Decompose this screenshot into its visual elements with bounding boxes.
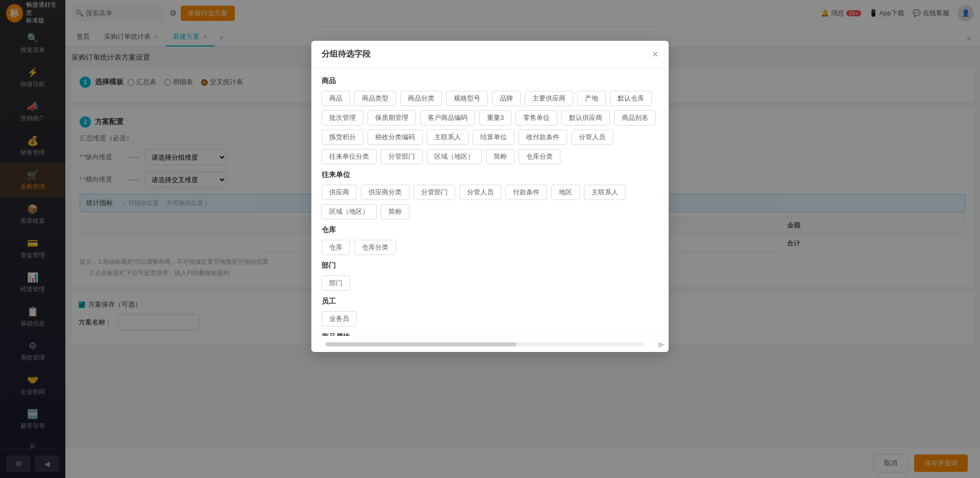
tag-goods-8[interactable]: 批次管理: [322, 110, 363, 125]
modal-bottom-bar: ▶: [311, 336, 669, 352]
tags-grid-warehouse: 仓库仓库分类: [322, 240, 658, 255]
tag-warehouse-0[interactable]: 仓库: [322, 240, 350, 255]
tag-goods-16[interactable]: 税收分类编码: [368, 130, 423, 145]
tag-goods-20[interactable]: 分管人员: [571, 130, 613, 145]
tag-partner-5[interactable]: 地区: [551, 185, 580, 200]
horizontal-scrollbar[interactable]: [326, 342, 644, 346]
tag-goods-14[interactable]: 商品别名: [614, 110, 656, 125]
tag-goods-24[interactable]: 简称: [486, 149, 514, 164]
tag-goods-2[interactable]: 商品分类: [400, 91, 442, 106]
section-title-warehouse: 仓库: [322, 225, 658, 235]
tag-goods-10[interactable]: 客户商品编码: [420, 110, 475, 125]
section-title-department: 部门: [322, 261, 658, 270]
modal-close-button[interactable]: ✕: [652, 49, 658, 59]
tag-partner-2[interactable]: 分管部门: [413, 185, 455, 200]
tag-goods-1[interactable]: 商品类型: [354, 91, 396, 106]
tags-grid-department: 部门: [322, 275, 658, 291]
tag-goods-4[interactable]: 品牌: [492, 91, 521, 106]
tags-grid-employee: 业务员: [322, 311, 658, 326]
tag-partner-0[interactable]: 供应商: [322, 185, 357, 200]
tag-goods-22[interactable]: 分管部门: [381, 149, 423, 164]
field-select-modal: 分组待选字段 ✕ 商品商品商品类型商品分类规格型号品牌主要供应商产地默认仓库批次…: [311, 41, 669, 352]
tag-goods-15[interactable]: 拣货积分: [322, 130, 363, 145]
tag-goods-19[interactable]: 收付款条件: [519, 130, 567, 145]
tag-partner-4[interactable]: 付款条件: [505, 185, 547, 200]
section-title-goods: 商品: [322, 77, 658, 86]
section-title-partner: 往来单位: [322, 170, 658, 180]
tag-warehouse-1[interactable]: 仓库分类: [354, 240, 396, 255]
tag-goods-18[interactable]: 结算单位: [473, 130, 514, 145]
tag-goods-7[interactable]: 默认仓库: [610, 91, 652, 106]
tag-partner-3[interactable]: 分管人员: [459, 185, 501, 200]
tag-partner-8[interactable]: 简称: [381, 204, 409, 219]
tag-goods-25[interactable]: 仓库分类: [519, 149, 560, 164]
tag-employee-0[interactable]: 业务员: [322, 311, 357, 326]
tag-partner-7[interactable]: 区域（地区）: [322, 204, 377, 219]
tag-partner-1[interactable]: 供应商分类: [361, 185, 409, 200]
tag-goods-23[interactable]: 区域（地区）: [427, 149, 482, 164]
tags-grid-partner: 供应商供应商分类分管部门分管人员付款条件地区主联系人区域（地区）简称: [322, 185, 658, 219]
tag-goods-3[interactable]: 规格型号: [446, 91, 488, 106]
scroll-right-icon[interactable]: ▶: [658, 339, 665, 349]
section-title-employee: 员工: [322, 297, 658, 306]
modal-header: 分组待选字段 ✕: [311, 41, 669, 68]
tag-goods-21[interactable]: 往来单位分类: [322, 149, 377, 164]
scrollbar-thumb: [326, 342, 517, 346]
modal-body[interactable]: 商品商品商品类型商品分类规格型号品牌主要供应商产地默认仓库批次管理保质期管理客户…: [311, 68, 669, 336]
tag-goods-12[interactable]: 零售单位: [516, 110, 557, 125]
tag-goods-11[interactable]: 重量3: [479, 110, 511, 125]
tag-goods-9[interactable]: 保质期管理: [368, 110, 416, 125]
modal-title: 分组待选字段: [322, 49, 371, 60]
tags-grid-goods: 商品商品类型商品分类规格型号品牌主要供应商产地默认仓库批次管理保质期管理客户商品…: [322, 91, 658, 164]
tag-goods-17[interactable]: 主联系人: [427, 130, 469, 145]
tag-partner-6[interactable]: 主联系人: [584, 185, 626, 200]
tag-goods-6[interactable]: 产地: [577, 91, 606, 106]
tag-department-0[interactable]: 部门: [322, 275, 350, 291]
tag-goods-5[interactable]: 主要供应商: [525, 91, 573, 106]
tag-goods-0[interactable]: 商品: [322, 91, 350, 106]
tag-goods-13[interactable]: 默认供应商: [561, 110, 610, 125]
